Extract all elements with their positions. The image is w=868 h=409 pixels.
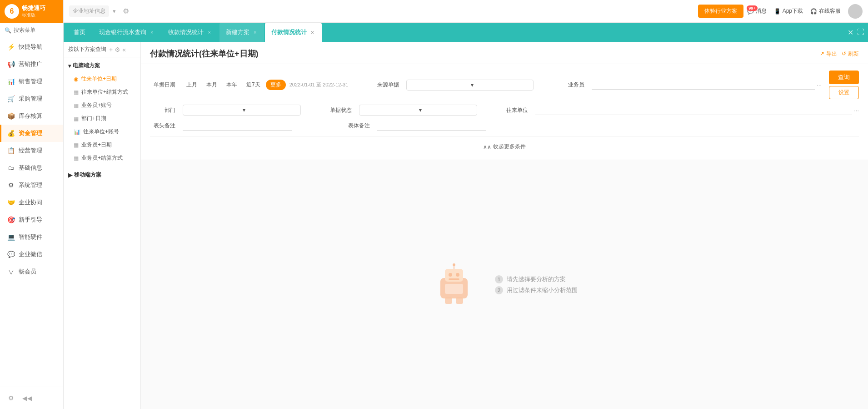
- app-download-item[interactable]: 📱 App下载: [774, 7, 803, 15]
- sidebar-search[interactable]: 🔍 搜索菜单: [0, 23, 63, 38]
- schema-mobile-title[interactable]: ▶ 移动端方案: [64, 168, 140, 182]
- main-area: 企业地址信息 ▾ ⚙ 体验行业方案 💬 99+ 消息 📱 App下载 🎧 在线客…: [64, 0, 868, 409]
- page-header-actions: ↗ 导出 ↺ 刷新: [820, 50, 859, 58]
- sidebar-item-label: 企业协同: [19, 198, 42, 207]
- refresh-button[interactable]: ↺ 刷新: [842, 50, 859, 58]
- tab-receipt-stats[interactable]: 收款情况统计 ×: [162, 23, 218, 42]
- messages-item[interactable]: 💬 99+ 消息: [747, 7, 767, 15]
- logo-icon: 6: [5, 4, 19, 19]
- sidebar-item-sales[interactable]: 📊 销售管理: [0, 73, 63, 90]
- sidebar-item-basic[interactable]: 🗂 基础信息: [0, 159, 63, 177]
- sidebar-item-inventory[interactable]: 📦 库存核算: [0, 107, 63, 125]
- svg-rect-5: [445, 284, 463, 294]
- sidebar-item-finance[interactable]: 💰 资金管理: [0, 125, 63, 142]
- sidebar-item-label: 采购管理: [19, 95, 42, 103]
- schema-header-icons: + ⚙ «: [109, 46, 126, 53]
- robot-svg: [431, 262, 477, 308]
- desktop-chevron-icon: ▾: [68, 63, 71, 69]
- source-bill-select[interactable]: ▾: [406, 80, 534, 91]
- sidebar-item-hardware[interactable]: 💻 智能硬件: [0, 228, 63, 246]
- schema-item-dept-date-label: 部门+日期: [81, 115, 106, 122]
- tab-new-plan[interactable]: 新建方案 ×: [219, 23, 264, 42]
- sidebar-item-quick-nav[interactable]: ⚡ 快捷导航: [0, 38, 63, 56]
- sidebar-settings-icon[interactable]: ⚙: [5, 392, 17, 404]
- schema-item-staff-settle[interactable]: ▦ 业务员+结算方式: [64, 151, 140, 165]
- corp-icon: 🤝: [7, 199, 15, 206]
- partner-input[interactable]: [535, 106, 852, 115]
- tab-new-plan-close[interactable]: ×: [252, 29, 258, 35]
- schema-item-dept-date[interactable]: ▦ 部门+日期: [64, 112, 140, 125]
- schema-item-partner-account[interactable]: 📊 往来单位+账号: [64, 125, 140, 138]
- sidebar-item-purchase[interactable]: 🛒 采购管理: [0, 90, 63, 107]
- export-button[interactable]: ↗ 导出: [820, 50, 837, 58]
- schema-collapse-icon[interactable]: «: [122, 46, 126, 53]
- main-panel: 付款情况统计(往来单位+日期) ↗ 导出 ↺ 刷新 单据日期: [141, 42, 868, 409]
- filter-row-2: 部门 ▾ 单据状态 ▾ 往来单位 ···: [150, 105, 859, 116]
- sidebar-item-member[interactable]: ▽ 畅会员: [0, 263, 63, 280]
- staff-input[interactable]: [592, 80, 815, 90]
- schema-item-partner-settle[interactable]: ▦ 往来单位+结算方式: [64, 86, 140, 99]
- date-btn-last-7[interactable]: 近7天: [243, 80, 264, 90]
- address-chevron-icon[interactable]: ▾: [113, 8, 116, 15]
- user-avatar[interactable]: [848, 4, 863, 19]
- schema-item-staff-account[interactable]: ▦ 业务员+账号: [64, 99, 140, 112]
- sidebar-item-corp[interactable]: 🤝 企业协同: [0, 194, 63, 211]
- tab-receipt-stats-close[interactable]: ×: [206, 29, 212, 35]
- settings-button[interactable]: 设置: [829, 86, 859, 99]
- dept-date-icon: ▦: [74, 116, 79, 122]
- tab-home[interactable]: 首页: [67, 23, 92, 42]
- staff-account-icon: ▦: [74, 102, 79, 109]
- tab-cash-flow-close[interactable]: ×: [149, 29, 155, 35]
- schema-item-partner-date[interactable]: ◉ 往来单位+日期: [64, 72, 140, 86]
- sidebar-item-guide[interactable]: 🎯 新手引导: [0, 211, 63, 228]
- body-note-input[interactable]: [377, 121, 486, 131]
- desktop-section-label: 电脑端方案: [73, 62, 100, 70]
- date-btn-more[interactable]: 更多: [266, 80, 286, 90]
- tab-payment-stats-close[interactable]: ×: [309, 29, 315, 35]
- svg-rect-7: [456, 298, 463, 304]
- collapse-button[interactable]: ∧∧ 收起更多条件: [483, 140, 526, 153]
- query-button[interactable]: 查询: [829, 71, 859, 84]
- tab-fullscreen-icon[interactable]: ⛶: [857, 28, 864, 36]
- dept-select[interactable]: ▾: [183, 105, 301, 116]
- tab-cash-flow[interactable]: 现金银行流水查询 ×: [93, 23, 161, 42]
- empty-hints: 1 请先选择要分析的方案 2 用过滤条件来缩小分析范围: [495, 275, 578, 294]
- topbar-right: 💬 99+ 消息 📱 App下载 🎧 在线客服: [747, 4, 863, 19]
- mobile-section-label: 移动端方案: [74, 171, 101, 179]
- schema-item-partner-account-label: 往来单位+账号: [83, 128, 119, 136]
- export-label: 导出: [826, 50, 837, 58]
- sidebar-item-operation[interactable]: 📋 经营管理: [0, 142, 63, 159]
- topbar-gear-icon[interactable]: ⚙: [120, 5, 132, 18]
- date-range-text: 2022-01-01 至 2022-12-31: [289, 81, 349, 88]
- search-icon: 🔍: [5, 27, 11, 34]
- bill-status-select[interactable]: ▾: [359, 105, 477, 116]
- staff-settle-icon: ▦: [74, 155, 79, 162]
- schema-add-icon[interactable]: +: [109, 46, 113, 53]
- industry-btn[interactable]: 体验行业方案: [698, 5, 743, 18]
- partner-account-icon: 📊: [74, 129, 80, 135]
- schema-header-text: 按以下方案查询: [68, 45, 106, 53]
- header-note-input[interactable]: [183, 121, 292, 131]
- sidebar-collapse-icon[interactable]: ◀◀: [21, 392, 34, 404]
- date-btn-this-year[interactable]: 本年: [223, 80, 241, 90]
- source-bill-chevron: ▾: [471, 82, 529, 88]
- address-text: 企业地址信息: [69, 5, 109, 17]
- message-badge: 99+: [747, 5, 757, 11]
- collapse-chevron-icon: ∧∧: [483, 144, 491, 150]
- empty-state-content: 1 请先选择要分析的方案 2 用过滤条件来缩小分析范围: [431, 262, 578, 308]
- date-btn-last-month[interactable]: 上月: [183, 80, 201, 90]
- schema-item-staff-date[interactable]: ▦ 业务员+日期: [64, 138, 140, 151]
- staff-more-icon[interactable]: ···: [817, 81, 822, 88]
- partner-more-icon[interactable]: ···: [854, 107, 859, 114]
- filter-area: 单据日期 上月 本月 本年 近7天 更多 2022-01-01 至 2022-1…: [141, 64, 868, 160]
- schema-settings-icon[interactable]: ⚙: [115, 46, 120, 53]
- date-btn-this-month[interactable]: 本月: [203, 80, 221, 90]
- sidebar-item-marketing[interactable]: 📢 营销推广: [0, 56, 63, 73]
- online-service-item[interactable]: 🎧 在线客服: [810, 7, 841, 15]
- tab-close-all-icon[interactable]: ✕: [848, 28, 853, 37]
- schema-item-staff-settle-label: 业务员+结算方式: [81, 154, 123, 162]
- tab-payment-stats[interactable]: 付款情况统计 ×: [265, 23, 321, 42]
- sidebar-item-system[interactable]: ⚙ 系统管理: [0, 177, 63, 194]
- sidebar-item-wechat[interactable]: 💬 企业微信: [0, 246, 63, 263]
- schema-desktop-title[interactable]: ▾ 电脑端方案: [64, 59, 140, 72]
